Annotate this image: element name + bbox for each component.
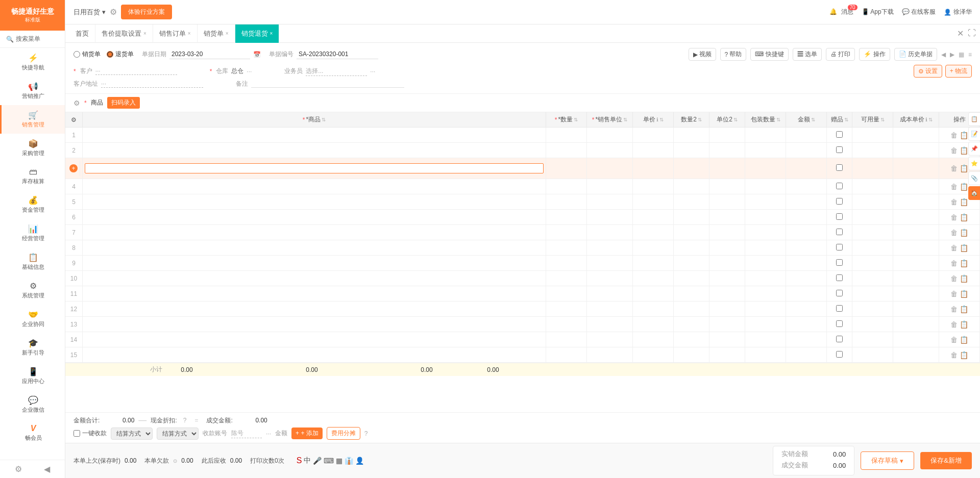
actions-cell[interactable]: 🗑 📋: [939, 332, 980, 347]
delete-row-btn[interactable]: 🗑: [950, 198, 958, 206]
address-input[interactable]: ···: [101, 80, 203, 88]
account-placeholder[interactable]: 陈号: [231, 429, 262, 438]
copy-row-btn[interactable]: 📋: [960, 244, 968, 252]
salesperson-input[interactable]: 选择...: [306, 67, 367, 76]
doc-num-input[interactable]: [297, 49, 378, 59]
customer-input[interactable]: ···: [95, 67, 177, 75]
delete-row-btn[interactable]: 🗑: [950, 305, 958, 313]
gift-checkbox[interactable]: [836, 351, 843, 358]
delete-row-btn[interactable]: 🗑: [950, 274, 958, 283]
sort-icon[interactable]: ⇅: [733, 117, 738, 122]
grid-view-icon[interactable]: ▦: [959, 51, 964, 58]
goods-cell[interactable]: [83, 286, 546, 301]
sort-icon[interactable]: ⇅: [659, 117, 664, 122]
side-quick-home[interactable]: 🏠: [968, 186, 980, 200]
sidebar-item-sys-mgmt[interactable]: ⚙ 系统管理: [0, 276, 65, 305]
help-btn[interactable]: ? 帮助: [720, 48, 747, 61]
goods-cell[interactable]: [83, 332, 546, 347]
gift-checkbox[interactable]: [836, 131, 843, 138]
goods-cell[interactable]: [83, 143, 546, 158]
scan-btn[interactable]: 扫码录入: [107, 97, 140, 109]
tab-close-all-icon[interactable]: ✕: [957, 29, 964, 38]
actions-cell[interactable]: 🗑 📋: [939, 225, 980, 240]
logistics-btn[interactable]: + 物流: [945, 65, 972, 78]
calendar-icon[interactable]: 📅: [253, 51, 261, 58]
side-quick-attach[interactable]: 📎: [968, 171, 980, 185]
add-btn[interactable]: + + 添加: [291, 427, 323, 439]
gift-checkbox[interactable]: [836, 320, 843, 327]
copy-row-btn[interactable]: 📋: [960, 305, 968, 313]
date-input[interactable]: [169, 49, 250, 59]
goods-input[interactable]: [85, 163, 544, 173]
table-settings-icon[interactable]: ⚙: [74, 99, 80, 107]
sidebar-item-inventory[interactable]: 🗃 库存核算: [0, 162, 65, 190]
one-key-collect-checkbox[interactable]: [74, 430, 80, 437]
delete-row-btn[interactable]: 🗑: [950, 259, 958, 267]
sidebar-item-wechat[interactable]: 💬 企业微信: [0, 390, 65, 419]
set-btn[interactable]: ⚙ 设置: [914, 65, 942, 78]
sidebar-item-guide[interactable]: 🎓 新手引导: [0, 333, 65, 362]
operations-btn[interactable]: ⚡ 操作: [859, 48, 890, 61]
sort-icon[interactable]: ⇅: [928, 117, 933, 122]
copy-row-btn[interactable]: 📋: [960, 131, 968, 139]
copy-row-btn[interactable]: 📋: [960, 290, 968, 298]
copy-row-btn[interactable]: 📋: [960, 198, 968, 206]
sort-icon[interactable]: ⇅: [623, 117, 627, 122]
sidebar-item-member[interactable]: V 畅会员: [0, 419, 65, 447]
goods-cell[interactable]: [83, 179, 546, 194]
goods-cell[interactable]: [83, 158, 546, 179]
gift-checkbox[interactable]: [836, 259, 843, 266]
gift-checkbox[interactable]: [836, 244, 843, 250]
radio-return[interactable]: 退货单: [107, 50, 134, 59]
message-bell[interactable]: 🔔 70 消息: [829, 8, 853, 16]
collapse-icon[interactable]: ◀: [44, 464, 50, 474]
goods-cell[interactable]: [83, 347, 546, 363]
amount-more-icon[interactable]: ···: [266, 430, 271, 437]
actions-cell[interactable]: 🗑 📋: [939, 271, 980, 286]
radio-return-input[interactable]: [107, 51, 113, 58]
goods-cell[interactable]: [83, 210, 546, 225]
delete-row-btn[interactable]: 🗑: [950, 229, 958, 237]
sidebar-item-basic-info[interactable]: 📋 基础信息: [0, 247, 65, 276]
tab-sale-price[interactable]: 售价提取设置 ×: [95, 24, 153, 43]
experience-btn[interactable]: 体验行业方案: [121, 5, 172, 19]
sort-icon[interactable]: ⇅: [811, 117, 815, 122]
salesperson-more-icon[interactable]: ···: [370, 68, 375, 75]
tab-close-icon[interactable]: ×: [270, 31, 273, 36]
sidebar-item-app-center[interactable]: 📱 应用中心: [0, 362, 65, 390]
copy-row-btn[interactable]: 📋: [960, 351, 968, 359]
remark-input[interactable]: [251, 80, 404, 88]
app-download-link[interactable]: 📱 App下载: [862, 8, 894, 16]
actions-cell[interactable]: 🗑 📋: [939, 317, 980, 332]
sidebar-item-finance[interactable]: 💰 资金管理: [0, 190, 65, 219]
gift-checkbox[interactable]: [836, 213, 843, 220]
sort-icon[interactable]: ⇅: [574, 117, 578, 122]
delete-row-btn[interactable]: 🗑: [950, 131, 958, 139]
copy-row-btn[interactable]: 📋: [960, 213, 968, 221]
delete-row-btn[interactable]: 🗑: [950, 290, 958, 298]
goods-cell[interactable]: [83, 225, 546, 240]
video-btn[interactable]: ▶ 视频: [689, 48, 716, 61]
copy-row-btn[interactable]: 📋: [960, 146, 968, 155]
goods-cell[interactable]: [83, 301, 546, 317]
gift-checkbox[interactable]: [836, 164, 843, 171]
gift-checkbox[interactable]: [836, 183, 843, 189]
save-draft-btn[interactable]: 保存草稿 ▾: [861, 451, 914, 470]
delete-row-btn[interactable]: 🗑: [950, 213, 958, 221]
copy-row-btn[interactable]: 📋: [960, 259, 968, 267]
nav-next-icon[interactable]: ▶: [950, 51, 954, 58]
goods-cell[interactable]: [83, 240, 546, 256]
save-new-btn[interactable]: 保存&新增: [920, 452, 972, 469]
delete-row-btn[interactable]: 🗑: [950, 146, 958, 155]
sort-icon[interactable]: ⇅: [776, 117, 780, 122]
shortcut-btn[interactable]: ⌨ 快捷键: [750, 48, 788, 61]
sort-icon[interactable]: ⇅: [880, 117, 885, 122]
actions-cell[interactable]: 🗑 📋: [939, 256, 980, 271]
print-btn[interactable]: 🖨 打印: [826, 48, 855, 61]
search-menu[interactable]: 🔍 搜索菜单: [0, 31, 65, 48]
gift-checkbox[interactable]: [836, 290, 843, 296]
actions-cell[interactable]: 🗑 📋: [939, 347, 980, 363]
sort-icon[interactable]: ⇅: [698, 117, 702, 122]
tab-sale-return[interactable]: 销货退货 ×: [235, 24, 280, 43]
tab-close-icon[interactable]: ×: [143, 31, 146, 36]
